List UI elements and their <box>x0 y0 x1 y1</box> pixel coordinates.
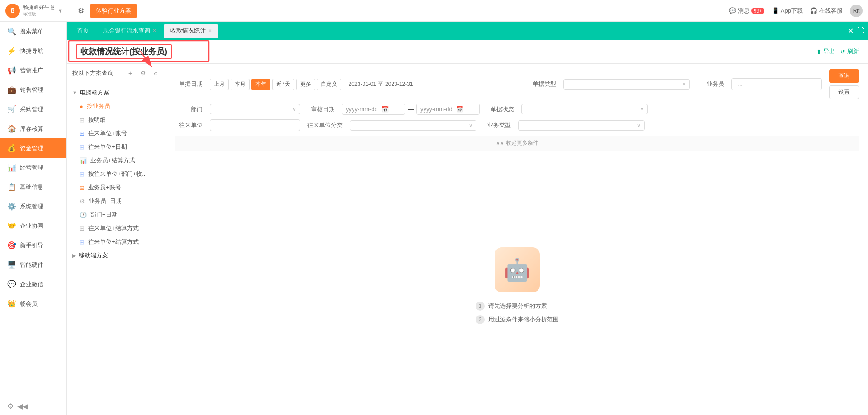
tree-item-dept-date[interactable]: 🕐 部门+日期 <box>67 208 166 222</box>
sidebar-item-smart[interactable]: 🖥️ 智能硬件 <box>0 255 66 274</box>
panel-collapse-button[interactable]: « <box>151 68 160 78</box>
type-select[interactable]: ∨ <box>563 79 690 90</box>
tab-close-window-icon[interactable]: ✕ <box>848 27 854 35</box>
sidebar-item-warehouse[interactable]: 🏠 库存核算 <box>0 119 66 138</box>
app-badge: 标准版 <box>23 11 55 17</box>
sidebar-item-search-menu[interactable]: 🔍 搜索菜单 <box>0 22 66 41</box>
action-buttons: 查询 设置 <box>829 69 859 99</box>
tab-home[interactable]: 首页 <box>71 24 95 38</box>
tab-bank-flow-close[interactable]: × <box>153 28 156 34</box>
unit-more-icon[interactable]: ... <box>216 122 221 129</box>
scheme-settings-button[interactable]: ⚙ <box>138 68 148 78</box>
settings-gear[interactable]: ⚙ <box>78 6 84 15</box>
sidebar-item-marketing[interactable]: 📢 营销推广 <box>0 61 66 80</box>
tree-item-unit-date[interactable]: ⊞ 往来单位+日期 <box>67 140 166 154</box>
filter-collapse-button[interactable]: ∧∧ 收起更多条件 <box>175 136 859 151</box>
biz-type-select[interactable]: ∨ <box>518 120 645 131</box>
query-button[interactable]: 查询 <box>829 69 859 83</box>
sidebar-item-system[interactable]: ⚙️ 系统管理 <box>0 197 66 216</box>
desktop-scheme-parent[interactable]: ▼ 电脑端方案 <box>67 86 166 99</box>
right-panel: 单据日期 上月 本月 本年 近7天 更多 自定义 2023-01-01 至 <box>166 64 868 415</box>
tree-item-by-salesperson[interactable]: ● 按业务员 <box>67 99 166 113</box>
tree-item-unit-dept[interactable]: ⊞ 按往来单位+部门+收... <box>67 167 166 181</box>
salesperson-select[interactable]: ... <box>731 78 822 90</box>
top-right-area: 💬 消息 99+ 📱 App下载 🎧 在线客服 Rit <box>729 5 863 17</box>
unit-payment2-icon: ⊞ <box>80 239 85 245</box>
online-service-button[interactable]: 🎧 在线客服 <box>810 7 843 15</box>
salesperson-icon: ● <box>80 103 83 110</box>
add-scheme-button[interactable]: + <box>125 68 135 78</box>
sidebar-item-label: 营销推广 <box>20 66 43 75</box>
dept-date-icon: 🕐 <box>80 212 87 218</box>
member-icon: 👑 <box>7 299 16 308</box>
unit-category-select[interactable]: ∨ <box>350 120 476 131</box>
tree-item-unit-account[interactable]: ⊞ 往来单位+账号 <box>67 127 166 140</box>
sales-icon: 💼 <box>7 85 16 94</box>
tree-item-unit-payment1[interactable]: ⊞ 往来单位+结算方式 <box>67 222 166 235</box>
date-btn-7days[interactable]: 近7天 <box>272 79 294 90</box>
date-btn-more[interactable]: 更多 <box>296 79 315 90</box>
sidebar-item-label: 新手引导 <box>20 241 43 250</box>
dept-select[interactable]: ∨ <box>210 104 300 114</box>
filter-row-2: 部门 ∨ 审核日期 yyyy-mm-dd 📅 — <box>175 104 859 115</box>
mobile-scheme-parent[interactable]: ▶ 移动端方案 <box>67 249 166 262</box>
date-btn-custom[interactable]: 自定义 <box>317 79 341 90</box>
tree-item-salesperson-account[interactable]: ⊞ 业务员+账号 <box>67 181 166 194</box>
sidebar-item-wechat[interactable]: 💬 企业微信 <box>0 274 66 294</box>
filter-row-3: 往来单位 ... 往来单位分类 ∨ 业务类型 <box>175 119 859 131</box>
biz-type-arrow: ∨ <box>637 123 641 128</box>
date-label: 单据日期 <box>175 80 203 88</box>
unit-select[interactable]: ... <box>210 119 300 131</box>
type-label: 单据类型 <box>529 80 556 88</box>
sidebar-item-label: 企业协同 <box>20 222 43 230</box>
date-btn-this-year[interactable]: 本年 <box>251 79 270 90</box>
tree-item-salesperson-date[interactable]: ⚙ 业务员+日期 <box>67 194 166 208</box>
settings-button[interactable]: 设置 <box>829 85 859 99</box>
salesperson-more-icon[interactable]: ... <box>737 80 743 88</box>
date-btn-last-month[interactable]: 上月 <box>210 79 229 90</box>
calendar-end-icon[interactable]: 📅 <box>456 106 463 113</box>
sidebar-item-basic[interactable]: 📋 基础信息 <box>0 177 66 197</box>
doc-status-select-arrow: ∨ <box>640 106 644 112</box>
message-button[interactable]: 💬 消息 99+ <box>729 7 764 15</box>
sidebar-item-member[interactable]: 👑 畅会员 <box>0 294 66 313</box>
tree-item-by-detail[interactable]: ⊞ 按明细 <box>67 113 166 127</box>
mobile-arrow-icon: ▶ <box>72 253 76 259</box>
audit-date-start-input[interactable]: yyyy-mm-dd 📅 <box>342 104 405 115</box>
sidebar-collapse-icon[interactable]: ◀◀ <box>17 402 28 410</box>
tree-item-unit-payment2[interactable]: ⊞ 往来单位+结算方式 <box>67 235 166 249</box>
refresh-button[interactable]: ↺ 刷新 <box>840 47 859 56</box>
app-logo-icon: 6 <box>5 4 20 18</box>
logo-dropdown-arrow[interactable]: ▼ <box>58 8 63 14</box>
tab-bank-flow[interactable]: 现金银行流水查询 × <box>97 24 162 38</box>
wechat-icon: 💬 <box>7 280 16 288</box>
left-panel: 按以下方案查询 + ⚙ « ▼ 电脑端方案 <box>67 64 166 415</box>
sidebar-item-finance[interactable]: 💰 资金管理 <box>0 138 66 158</box>
tab-collection-stats-close[interactable]: × <box>208 28 212 34</box>
salesperson-label: 业务员 <box>697 80 724 88</box>
export-button[interactable]: ⬆ 导出 <box>816 47 835 56</box>
sidebar-settings-icon[interactable]: ⚙ <box>7 402 14 410</box>
audit-date-end-input[interactable]: yyyy-mm-dd 📅 <box>416 104 480 115</box>
date-btn-this-month[interactable]: 本月 <box>231 79 250 90</box>
sidebar-item-business[interactable]: 📊 经营管理 <box>0 158 66 177</box>
tree-item-salesperson-payment[interactable]: 📊 业务员+结算方式 <box>67 154 166 167</box>
tab-collection-stats[interactable]: 收款情况统计 × <box>164 24 218 38</box>
doc-status-label: 单据状态 <box>487 105 514 113</box>
collapse-up-icon: ∧∧ <box>496 140 504 146</box>
sidebar-item-sales[interactable]: 💼 销售管理 <box>0 80 66 99</box>
sidebar-item-quick-nav[interactable]: ⚡ 快捷导航 <box>0 41 66 61</box>
message-label: 消息 <box>738 7 750 15</box>
sidebar-item-guide[interactable]: 🎯 新手引导 <box>0 236 66 255</box>
doc-status-select[interactable]: ∨ <box>521 104 648 114</box>
user-avatar[interactable]: Rit <box>850 5 863 17</box>
tab-maximize-icon[interactable]: ⛶ <box>857 27 864 35</box>
sidebar-item-purchase[interactable]: 🛒 采购管理 <box>0 99 66 119</box>
sidebar-item-corp[interactable]: 🤝 企业协同 <box>0 216 66 236</box>
page-title: 收款情况统计(按业务员) <box>76 44 172 59</box>
calendar-start-icon[interactable]: 📅 <box>382 106 389 113</box>
app-download-button[interactable]: 📱 App下载 <box>772 7 803 15</box>
settings-gear-icon[interactable]: ⚙ <box>78 7 84 14</box>
trial-button[interactable]: 体验行业方案 <box>90 4 137 18</box>
step-2-text: 用过滤条件来缩小分析范围 <box>488 316 559 324</box>
